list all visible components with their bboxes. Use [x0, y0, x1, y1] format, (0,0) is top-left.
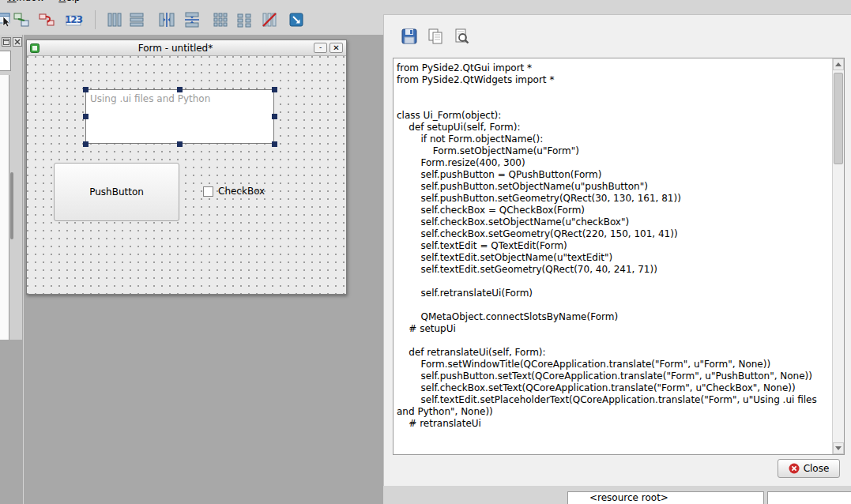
selection-handle-bottom-right[interactable]	[272, 141, 277, 147]
toolbar-button-layout-grid[interactable]	[210, 9, 231, 30]
toolbar-button-layout-vertically-splitter[interactable]	[182, 9, 202, 30]
checkbox-indicator-icon	[203, 186, 213, 197]
selection-handle-top-center[interactable]	[177, 87, 183, 92]
splitter-horizontal-icon	[158, 11, 175, 28]
textedit-widget[interactable]: Using .ui files and Python	[85, 89, 274, 144]
widgetbox-panel-edge	[0, 75, 9, 340]
toolbar-button-edit-signals-slots[interactable]	[11, 9, 32, 30]
dock-restore-button[interactable]	[2, 37, 11, 47]
dock-restore-icon	[3, 39, 9, 45]
scroll-up-button[interactable]	[833, 58, 844, 70]
find-icon	[453, 28, 470, 45]
dock-close-icon	[14, 39, 21, 45]
toolbar-button-layout-form[interactable]	[234, 9, 254, 30]
toolbar-separator	[95, 10, 96, 29]
resource-tree-panel[interactable]: <resource root>	[567, 491, 764, 504]
bottom-dock-strip: <resource root>	[383, 486, 851, 504]
dialog-close-button[interactable]: Close	[778, 459, 840, 478]
resource-list-panel[interactable]	[767, 491, 851, 504]
edit-signals-slots-icon	[13, 11, 30, 28]
dialog-copy-button[interactable]	[424, 25, 446, 47]
selection-handle-top-right[interactable]	[272, 87, 277, 92]
qt-designer-application: Window Help	[0, 0, 851, 504]
scrollbar-handle[interactable]	[834, 73, 843, 164]
toolbar-button-layout-horizontally-splitter[interactable]	[156, 9, 177, 30]
layout-vertical-icon	[128, 11, 145, 28]
selection-handle-middle-left[interactable]	[83, 114, 88, 119]
toolbar-button-edit-tab-order[interactable]: 123	[63, 9, 84, 30]
selection-handle-bottom-center[interactable]	[177, 141, 183, 147]
form-minimize-button[interactable]: -	[314, 43, 327, 53]
menu-help[interactable]: Help	[51, 0, 87, 6]
dialog-save-button[interactable]	[398, 25, 420, 47]
scroll-down-button[interactable]	[833, 442, 844, 454]
save-icon	[401, 28, 418, 45]
copy-icon	[427, 28, 444, 45]
form-canvas[interactable]: Using .ui files and Python PushButton Ch…	[27, 56, 346, 294]
pushbutton-widget[interactable]: PushButton	[54, 163, 179, 221]
menu-window[interactable]: Window	[0, 0, 51, 6]
selection-handle-top-left[interactable]	[83, 87, 88, 92]
code-vertical-scrollbar[interactable]	[832, 58, 844, 454]
layout-horizontal-icon	[106, 11, 123, 28]
widgetbox-filter-input[interactable]	[0, 51, 11, 71]
break-layout-icon	[261, 11, 278, 28]
mdi-workspace: Form - untitled* - ✕ Using .ui files and…	[24, 35, 383, 504]
selection-handle-middle-right[interactable]	[272, 114, 277, 119]
form-close-button[interactable]: ✕	[329, 43, 343, 53]
left-strip-lower-area	[0, 340, 23, 504]
close-button-label: Close	[804, 463, 830, 474]
scroll-up-icon	[835, 62, 842, 66]
code-text-area[interactable]: from PySide2.QtGui import * from PySide2…	[393, 58, 845, 455]
tab-order-icon: 123	[65, 14, 82, 25]
toolbar-button-layout-vertically[interactable]	[126, 9, 147, 30]
toolbar-button-layout-horizontally[interactable]	[104, 9, 125, 30]
designer-form-icon	[30, 43, 40, 53]
toolbar-button-edit-buddies[interactable]	[36, 9, 57, 30]
checkbox-widget[interactable]: CheckBox	[203, 186, 265, 197]
toolbar-button-break-layout[interactable]	[259, 9, 280, 30]
adjust-size-icon	[288, 11, 305, 28]
close-circle-icon	[789, 463, 800, 474]
scroll-down-icon	[835, 446, 842, 450]
splitter-vertical-icon	[183, 11, 201, 28]
python-code-dialog: from PySide2.QtGui import * from PySide2…	[383, 14, 851, 486]
toolbar-button-adjust-size[interactable]	[286, 9, 307, 30]
form-window-title: Form - untitled*	[40, 43, 311, 54]
selection-handle-bottom-left[interactable]	[83, 141, 88, 147]
widgetbox-scrollbar[interactable]	[10, 172, 13, 239]
left-dock-strip	[0, 35, 23, 504]
python-code-text[interactable]: from PySide2.QtGui import * from PySide2…	[393, 58, 832, 454]
layout-grid-icon	[212, 11, 229, 28]
dock-close-button[interactable]	[13, 37, 22, 47]
menubar: Window Help	[0, 0, 88, 6]
edit-buddies-icon	[38, 11, 55, 28]
resource-root-item[interactable]: <resource root>	[589, 492, 668, 503]
form-window-titlebar[interactable]: Form - untitled* - ✕	[27, 40, 346, 56]
form-editor-window: Form - untitled* - ✕ Using .ui files and…	[26, 39, 347, 295]
dialog-find-button[interactable]	[450, 25, 472, 47]
layout-form-icon	[235, 11, 253, 28]
checkbox-label: CheckBox	[218, 186, 265, 197]
